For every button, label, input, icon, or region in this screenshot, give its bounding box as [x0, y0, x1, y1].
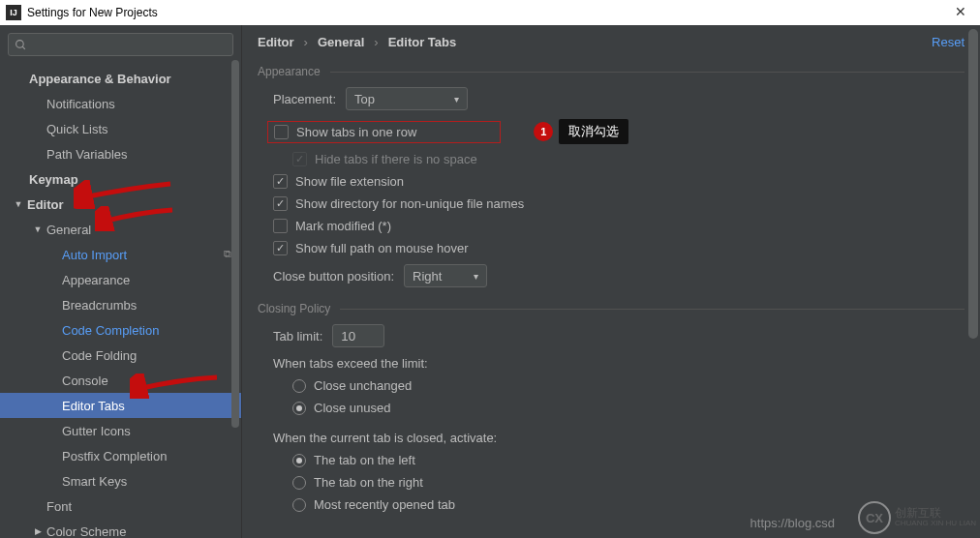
close-unused-radio[interactable]: [292, 402, 306, 415]
breadcrumb-part[interactable]: General: [318, 35, 364, 49]
sidebar-item-smart-keys[interactable]: Smart Keys: [0, 468, 241, 493]
show-full-path-label: Show full path on mouse hover: [295, 241, 469, 255]
annotation-highlight: Show tabs in one row: [267, 121, 501, 143]
sidebar-item-label: Auto Import: [62, 248, 127, 262]
sidebar-item-path-variables[interactable]: Path Variables: [0, 141, 241, 166]
sidebar-item-color-scheme[interactable]: Color Scheme: [0, 519, 241, 538]
close-unused-label: Close unused: [314, 401, 391, 415]
sidebar-item-label: Path Variables: [46, 147, 128, 162]
tree-arrow-icon[interactable]: [33, 526, 43, 536]
sidebar-item-font[interactable]: Font: [0, 493, 241, 519]
settings-sidebar: Appearance & BehaviorNotificationsQuick …: [0, 25, 242, 538]
sidebar-item-label: Font: [46, 499, 72, 514]
app-icon: IJ: [6, 5, 21, 20]
closed-activate-label: When the current tab is closed, activate…: [273, 431, 497, 445]
tab-right-radio[interactable]: [292, 476, 306, 490]
watermark-logo: CX: [858, 501, 891, 534]
sidebar-item-code-folding[interactable]: Code Folding: [0, 343, 241, 368]
hide-tabs-label: Hide tabs if there is no space: [315, 152, 477, 166]
svg-line-1: [22, 46, 25, 49]
sidebar-item-quick-lists[interactable]: Quick Lists: [0, 116, 241, 141]
content-scrollbar-thumb[interactable]: [968, 29, 978, 339]
sidebar-scrollbar-thumb[interactable]: [231, 60, 239, 428]
show-dir-checkbox[interactable]: [273, 196, 288, 211]
watermark: CX 创新互联CHUANG XIN HU LIAN: [858, 501, 976, 534]
sidebar-item-label: Editor Tabs: [62, 399, 125, 413]
show-ext-checkbox[interactable]: [273, 174, 288, 189]
tab-left-label: The tab on the left: [314, 453, 415, 467]
sidebar-item-label: Breadcrumbs: [62, 298, 137, 313]
sidebar-item-notifications[interactable]: Notifications: [0, 91, 241, 116]
settings-tree: Appearance & BehaviorNotificationsQuick …: [0, 62, 241, 538]
sidebar-item-label: Console: [62, 374, 108, 388]
sidebar-item-label: Quick Lists: [46, 122, 108, 136]
sidebar-item-label: Gutter Icons: [62, 424, 131, 438]
sidebar-item-label: Code Folding: [62, 348, 137, 363]
mark-modified-label: Mark modified (*): [295, 219, 391, 233]
most-recent-label: Most recently opened tab: [314, 497, 455, 512]
sidebar-item-appearance-behavior[interactable]: Appearance & Behavior: [0, 66, 241, 91]
sidebar-item-code-completion[interactable]: Code Completion: [0, 317, 241, 343]
reset-link[interactable]: Reset: [932, 35, 965, 49]
hide-tabs-checkbox: [292, 152, 307, 166]
section-appearance: Appearance: [242, 55, 980, 82]
close-icon[interactable]: ✕: [949, 2, 972, 21]
sidebar-item-gutter-icons[interactable]: Gutter Icons: [0, 418, 241, 443]
search-icon: [15, 39, 27, 51]
search-input[interactable]: [8, 33, 233, 56]
settings-content: Editor › General › Editor Tabs Reset App…: [242, 25, 980, 538]
close-unchanged-label: Close unchanged: [314, 378, 412, 393]
tab-limit-input[interactable]: [332, 324, 384, 347]
content-scrollbar[interactable]: [966, 25, 980, 538]
show-ext-label: Show file extension: [295, 174, 404, 189]
section-closing-policy: Closing Policy: [242, 292, 980, 319]
show-dir-label: Show directory for non-unique file names: [295, 196, 524, 211]
show-tabs-one-row-checkbox[interactable]: [274, 125, 289, 139]
placement-label: Placement:: [273, 92, 336, 106]
close-pos-select[interactable]: Right: [404, 264, 487, 287]
sidebar-item-label: Notifications: [46, 97, 115, 111]
sidebar-item-general[interactable]: General: [0, 217, 241, 242]
tab-left-radio[interactable]: [292, 454, 306, 467]
sidebar-item-editor[interactable]: Editor: [0, 192, 241, 217]
most-recent-radio[interactable]: [292, 498, 306, 512]
tab-right-label: The tab on the right: [314, 475, 423, 490]
placement-select[interactable]: Top: [346, 87, 468, 110]
sidebar-item-console[interactable]: Console: [0, 368, 241, 393]
show-tabs-one-row-label: Show tabs in one row: [296, 125, 494, 139]
titlebar: IJ Settings for New Projects ✕: [0, 0, 980, 25]
chevron-right-icon: ›: [374, 35, 378, 49]
sidebar-item-appearance[interactable]: Appearance: [0, 267, 241, 292]
sidebar-item-label: Smart Keys: [62, 474, 127, 489]
breadcrumb: Editor › General › Editor Tabs Reset: [242, 25, 980, 55]
sidebar-item-postfix-completion[interactable]: Postfix Completion: [0, 443, 241, 468]
window-title: Settings for New Projects: [27, 6, 158, 19]
sidebar-item-label: Appearance: [62, 273, 130, 287]
breadcrumb-part[interactable]: Editor: [258, 35, 294, 49]
sidebar-item-auto-import[interactable]: Auto Import⧉: [0, 242, 241, 267]
annotation-tooltip: 取消勾选: [559, 119, 628, 144]
sidebar-item-label: General: [46, 223, 91, 237]
svg-point-0: [16, 40, 24, 47]
sidebar-item-editor-tabs[interactable]: Editor Tabs: [0, 393, 241, 418]
exceed-label: When tabs exceed the limit:: [273, 356, 428, 371]
mark-modified-checkbox[interactable]: [273, 219, 288, 233]
breadcrumb-part: Editor Tabs: [388, 35, 457, 49]
copy-icon[interactable]: ⧉: [224, 248, 231, 260]
sidebar-item-label: Editor: [27, 197, 64, 212]
sidebar-item-keymap[interactable]: Keymap: [0, 166, 241, 192]
sidebar-item-breadcrumbs[interactable]: Breadcrumbs: [0, 292, 241, 317]
tab-limit-label: Tab limit:: [273, 329, 322, 344]
show-full-path-checkbox[interactable]: [273, 241, 288, 255]
tree-arrow-icon[interactable]: [33, 224, 43, 234]
chevron-right-icon: ›: [304, 35, 308, 49]
sidebar-item-label: Postfix Completion: [62, 449, 167, 463]
sidebar-item-label: Appearance & Behavior: [29, 72, 171, 86]
close-unchanged-radio[interactable]: [292, 379, 306, 393]
watermark-url: https://blog.csd: [750, 516, 835, 530]
close-pos-label: Close button position:: [273, 269, 394, 284]
sidebar-item-label: Color Scheme: [46, 524, 126, 539]
tree-arrow-icon[interactable]: [14, 199, 23, 209]
sidebar-item-label: Code Completion: [62, 323, 159, 338]
annotation-badge: 1: [534, 122, 553, 141]
